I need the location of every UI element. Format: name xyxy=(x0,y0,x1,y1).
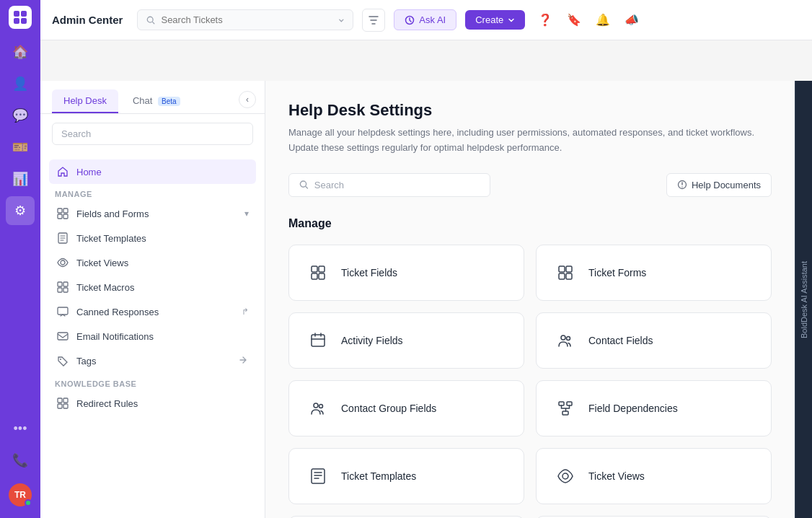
card-contact-group-fields[interactable]: Contact Group Fields xyxy=(288,380,524,436)
svg-point-38 xyxy=(319,404,323,408)
sidebar-item-email-notifications[interactable]: Email Notifications xyxy=(49,324,256,348)
help-docs-icon xyxy=(677,180,687,190)
sidebar-item-ticket-macros[interactable]: Ticket Macros xyxy=(49,275,256,299)
tab-helpdesk[interactable]: Help Desk xyxy=(52,89,118,113)
content-search-input[interactable] xyxy=(314,180,480,190)
content-search-bar[interactable] xyxy=(288,173,490,197)
contact-fields-icon xyxy=(552,328,578,354)
top-bar: Admin Center Ask AI Create ❓ 🔖 🔔 📣 xyxy=(40,0,812,40)
top-search-bar[interactable] xyxy=(137,9,353,30)
svg-rect-6 xyxy=(58,208,62,213)
card-contact-fields[interactable]: Contact Fields xyxy=(536,312,772,369)
top-bar-actions: ❓ 🔖 🔔 📣 xyxy=(534,9,643,32)
search-icon xyxy=(146,15,155,25)
nav-more-icon[interactable]: ••• xyxy=(6,414,35,443)
field-dependencies-label: Field Dependencies xyxy=(588,403,678,414)
contact-fields-label: Contact Fields xyxy=(588,335,653,346)
contact-group-fields-label: Contact Group Fields xyxy=(341,403,436,414)
svg-rect-13 xyxy=(63,282,68,286)
page-description: Manage all your helpdesk settings here, … xyxy=(288,126,772,156)
card-ticket-macros[interactable]: Ticket Macros xyxy=(288,516,524,518)
svg-rect-3 xyxy=(21,18,27,24)
card-ticket-views[interactable]: Ticket Views xyxy=(536,448,772,504)
ask-ai-button[interactable]: Ask AI xyxy=(394,9,456,30)
main-layout: Help Desk Chat Beta ‹ Home MANAGE xyxy=(40,40,812,518)
sidebar-item-tags[interactable]: Tags xyxy=(49,348,256,374)
ai-assistant-panel[interactable]: BoldDesk AI Assistant xyxy=(795,81,812,518)
nav-settings-icon[interactable]: ⚙ xyxy=(6,196,35,225)
svg-rect-27 xyxy=(319,266,325,272)
search-icon xyxy=(299,180,309,190)
chevron-down-icon: ▾ xyxy=(244,208,249,219)
svg-rect-15 xyxy=(63,288,68,292)
cursor-indicator: ↱ xyxy=(242,307,249,317)
card-ticket-fields[interactable]: Ticket Fields xyxy=(288,245,524,301)
ticket-views-card-label: Ticket Views xyxy=(588,470,645,482)
tags-icon xyxy=(56,355,69,368)
nav-reports-icon[interactable]: 📊 xyxy=(6,164,35,193)
sidebar-search-input[interactable] xyxy=(52,123,253,145)
tab-chat[interactable]: Chat Beta xyxy=(121,89,192,113)
svg-point-18 xyxy=(60,359,61,360)
activity-fields-icon xyxy=(305,328,331,354)
sidebar-item-fields-forms[interactable]: Fields and Forms ▾ xyxy=(49,201,256,226)
ticket-forms-label: Ticket Forms xyxy=(588,267,646,278)
manage-section-label: MANAGE xyxy=(49,184,256,201)
help-icon[interactable]: ❓ xyxy=(534,9,557,32)
sidebar-item-canned-responses[interactable]: Canned Responses ↱ xyxy=(49,299,256,324)
svg-rect-31 xyxy=(566,266,572,272)
svg-rect-8 xyxy=(58,214,62,219)
sidebar-item-home[interactable]: Home xyxy=(49,159,256,184)
chat-beta-badge: Beta xyxy=(158,97,180,106)
card-activity-fields[interactable]: Activity Fields xyxy=(288,312,524,369)
card-ticket-templates[interactable]: Ticket Templates xyxy=(288,448,524,504)
dropdown-icon xyxy=(338,17,345,24)
chevron-down-icon xyxy=(508,17,515,24)
sidebar-item-redirect-rules[interactable]: Redirect Rules xyxy=(49,391,256,416)
bookmark-icon[interactable]: 🔖 xyxy=(562,9,586,32)
card-field-dependencies[interactable]: Field Dependencies xyxy=(536,380,772,436)
nav-chat-icon[interactable]: 💬 xyxy=(6,101,35,130)
sidebar-item-ticket-views[interactable]: Ticket Views xyxy=(49,250,256,275)
svg-rect-19 xyxy=(58,398,62,403)
create-button[interactable]: Create xyxy=(465,10,525,30)
sidebar-item-ticket-templates[interactable]: Ticket Templates xyxy=(49,226,256,250)
svg-rect-42 xyxy=(312,469,325,483)
svg-rect-41 xyxy=(562,411,568,415)
svg-rect-30 xyxy=(559,266,565,272)
svg-rect-32 xyxy=(559,273,565,279)
card-ticket-forms[interactable]: Ticket Forms xyxy=(536,245,772,301)
svg-rect-14 xyxy=(58,288,62,292)
announcement-icon[interactable]: 📣 xyxy=(620,9,643,32)
svg-rect-34 xyxy=(312,335,325,346)
home-icon xyxy=(56,165,69,178)
svg-point-35 xyxy=(561,335,565,340)
filter-button[interactable] xyxy=(362,9,385,32)
sidebar-collapse-button[interactable]: ‹ xyxy=(239,91,256,108)
notification-icon[interactable]: 🔔 xyxy=(591,9,614,32)
nav-contacts-icon[interactable]: 👤 xyxy=(6,69,35,98)
svg-rect-20 xyxy=(63,398,68,403)
svg-point-23 xyxy=(300,181,306,187)
manage-section-title: Manage xyxy=(288,217,772,230)
sidebar-tabs: Help Desk Chat Beta xyxy=(52,89,253,113)
activity-fields-label: Activity Fields xyxy=(341,335,403,346)
svg-rect-16 xyxy=(58,307,68,315)
help-documents-button[interactable]: Help Documents xyxy=(666,173,772,197)
user-avatar[interactable]: TR xyxy=(9,483,32,506)
tags-extra-icon xyxy=(237,354,249,368)
ticket-fields-icon xyxy=(305,260,331,286)
content-search-row: Help Documents xyxy=(288,173,772,197)
app-title: Admin Center xyxy=(52,14,123,26)
nav-home-icon[interactable]: 🏠 xyxy=(6,38,35,66)
card-canned-responses[interactable]: Canned Responses xyxy=(536,516,772,518)
svg-rect-9 xyxy=(63,214,68,219)
top-search-input[interactable] xyxy=(161,14,332,25)
nav-phone-icon[interactable]: 📞 xyxy=(6,446,35,475)
canned-responses-icon xyxy=(56,305,69,318)
ticket-templates-card-icon xyxy=(305,463,331,489)
app-logo xyxy=(9,6,32,29)
svg-rect-12 xyxy=(58,282,62,286)
ticket-macros-icon xyxy=(56,281,69,294)
nav-tickets-icon[interactable]: 🎫 xyxy=(6,133,35,162)
